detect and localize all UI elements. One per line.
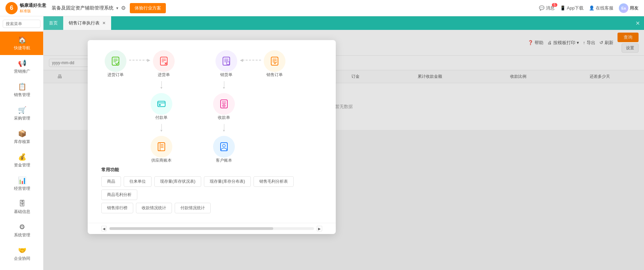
sidebar-item-system-label: 系统管理 [14, 232, 30, 238]
common-buttons-row1: 商品 往来单位 现存量(库存状况表) 现存量(库存分布表) 销售毛利分析表 商品… [101, 176, 322, 200]
common-btn-product[interactable]: 商品 [101, 176, 121, 187]
svg-rect-0 [112, 57, 119, 65]
marketing-icon: 📢 [18, 59, 27, 67]
sidebar-item-operation[interactable]: 📊 经营管理 [0, 172, 43, 196]
scroll-right-btn[interactable]: ▶ [317, 226, 322, 231]
flow-node-receipt[interactable]: 收款单 [213, 93, 235, 121]
flow-node-sales-order[interactable]: 销售订单 [264, 50, 285, 78]
top-bar: 6 畅康通好生意 标准版 装备及固定资产辅助管理系统 ▾ ⚙ 体验行业方案 💬 … [0, 0, 644, 16]
receipt-label: 收款单 [218, 115, 230, 121]
svg-point-34 [223, 144, 225, 147]
scroll-left-btn[interactable]: ◀ [101, 226, 107, 231]
inventory-icon: 📦 [18, 129, 27, 138]
flow-node-purchase-order[interactable]: 进货订单 [105, 50, 126, 78]
sidebar-item-finance[interactable]: 💰 资金管理 [0, 149, 43, 172]
payment-icon [151, 93, 172, 115]
sidebar-item-system[interactable]: ⚙ 系统管理 [0, 219, 43, 242]
system-icon: ⚙ [19, 223, 25, 231]
main-content: ❓ 帮助 🖨 按模板打印 ▾ ↑ 导出 ↺ 刷新 [43, 30, 644, 270]
common-btn-receipt-stat[interactable]: 收款情况统计 [136, 203, 172, 213]
brand-version: 标准版 [20, 8, 46, 14]
operation-icon: 📊 [18, 176, 27, 184]
sidebar-item-basic[interactable]: 🗄 基础信息 [0, 196, 43, 219]
purchase-bill-icon [153, 50, 175, 72]
common-btn-stock-status[interactable]: 现存量(库存状况表) [154, 176, 201, 187]
logo-icon: 6 [5, 2, 18, 14]
popup-content: 进货订单 ▶ [88, 40, 336, 223]
common-btn-stock-dist[interactable]: 现存量(库存分布表) [204, 176, 251, 187]
common-section-title: 常用功能 [101, 167, 322, 173]
purchase-icon: 🛒 [18, 106, 27, 114]
system-dropdown-btn[interactable]: ▾ [116, 6, 118, 11]
close-tab-icon[interactable]: ✕ [102, 21, 106, 25]
close-all-tabs-btn[interactable]: ✕ [636, 20, 640, 26]
flow-node-sales-bill[interactable]: 销货单 [215, 50, 237, 78]
svg-rect-14 [227, 62, 229, 65]
app-download-btn[interactable]: 📱 App下载 [560, 5, 584, 11]
purchase-order-label: 进货订单 [107, 72, 124, 78]
scrollbar-track[interactable] [109, 227, 273, 230]
tab-home[interactable]: 首页 [43, 16, 63, 30]
sales-icon: 📋 [18, 83, 27, 91]
sidebar-item-inventory[interactable]: 📦 库存核算 [0, 125, 43, 149]
common-btn-product-margin[interactable]: 商品毛利分析 [101, 190, 137, 200]
sales-bill-icon [215, 50, 237, 72]
basic-icon: 🗄 [19, 200, 25, 208]
supplier-ledger-label: 供应商账本 [151, 158, 172, 163]
sales-order-label: 销售订单 [266, 72, 283, 78]
content-area: 首页 销售订单执行表 ✕ ✕ ❓ 帮助 🖨 按 [43, 16, 644, 270]
tab-home-label: 首页 [49, 20, 58, 26]
common-buttons-row2: 销售排行榜 收款情况统计 付款情况统计 [101, 203, 322, 213]
user-area[interactable]: Ea 用友 [619, 3, 639, 13]
top-right-area: 💬 消息 5 📱 App下载 👤 在线客服 Ea 用友 [539, 3, 639, 13]
payment-label: 付款单 [155, 115, 168, 121]
system-settings-btn[interactable]: ⚙ [121, 5, 126, 11]
common-btn-payment-stat[interactable]: 付款情况统计 [175, 203, 211, 213]
svg-rect-15 [271, 57, 278, 65]
flow-node-payment[interactable]: 付款单 [151, 93, 172, 121]
svg-rect-28 [158, 143, 165, 151]
system-title: 装备及固定资产辅助管理系统 [52, 5, 114, 11]
purchase-bill-label: 进货单 [158, 72, 170, 78]
sidebar-item-marketing-label: 营销推广 [14, 69, 30, 74]
message-badge: 5 [552, 3, 557, 7]
sidebar-search-area [0, 16, 43, 32]
online-service-btn[interactable]: 👤 在线客服 [589, 5, 613, 11]
finance-icon: 💰 [18, 153, 27, 161]
sidebar: 🏠 快捷导航 📢 营销推广 📋 销售管理 🛒 采购管理 📦 库存核算 💰 [0, 16, 43, 270]
sidebar-item-quick-label: 快捷导航 [14, 45, 30, 51]
experience-btn[interactable]: 体验行业方案 [130, 3, 166, 13]
message-btn[interactable]: 💬 消息 5 [539, 5, 555, 11]
sidebar-item-quick[interactable]: 🏠 快捷导航 [0, 32, 43, 55]
quick-icon: 🏠 [18, 36, 27, 44]
brand-name: 畅康通好生意 [20, 2, 46, 8]
sidebar-item-guide[interactable]: 📖 新手引导 [0, 266, 43, 270]
common-btn-sales-rank[interactable]: 销售排行榜 [101, 203, 133, 213]
avatar: Ea [619, 3, 628, 13]
search-input[interactable] [3, 20, 40, 28]
flow-diagram: 进货订单 ▶ [101, 50, 322, 163]
popup-scroll: ◀ ▶ [88, 223, 336, 234]
sidebar-item-marketing[interactable]: 📢 营销推广 [0, 55, 43, 78]
sidebar-item-purchase-label: 采购管理 [14, 115, 30, 121]
common-btn-sales-margin[interactable]: 销售毛利分析表 [254, 176, 294, 187]
service-icon: 👤 [589, 5, 594, 11]
logo-area: 6 畅康通好生意 标准版 [5, 2, 46, 14]
scroll-nav: ◀ ▶ [101, 226, 322, 231]
sales-bill-label: 销货单 [220, 72, 232, 78]
customer-ledger-label: 客户账本 [216, 158, 232, 163]
sidebar-item-inventory-label: 库存核算 [14, 139, 30, 145]
sidebar-item-finance-label: 资金管理 [14, 162, 30, 168]
sidebar-item-collab[interactable]: 🤝 企业协同 [0, 242, 43, 266]
sidebar-item-sales[interactable]: 📋 销售管理 [0, 78, 43, 102]
tab-sales-order[interactable]: 销售订单执行表 ✕ [63, 16, 111, 30]
sidebar-item-collab-label: 企业协同 [14, 256, 30, 262]
customer-ledger-icon [213, 136, 235, 158]
quick-nav-popup: 进货订单 ▶ [88, 40, 336, 234]
flow-node-purchase-bill[interactable]: 进货单 [153, 50, 175, 78]
flow-node-supplier-ledger[interactable]: 供应商账本 [151, 136, 172, 163]
flow-node-customer-ledger[interactable]: 客户账本 [213, 136, 235, 163]
sidebar-item-purchase[interactable]: 🛒 采购管理 [0, 102, 43, 125]
phone-icon: 📱 [560, 5, 565, 11]
common-btn-partner[interactable]: 往来单位 [124, 176, 152, 187]
